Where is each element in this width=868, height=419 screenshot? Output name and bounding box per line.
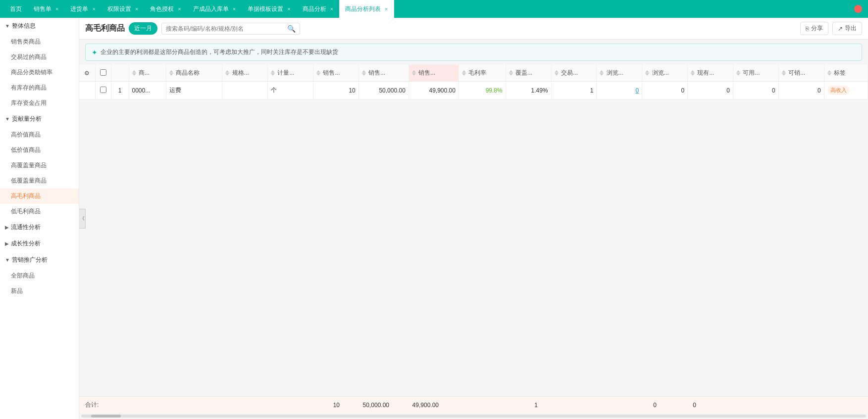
nav-item-analysis-list[interactable]: 商品分析列表 × <box>339 0 394 18</box>
sort-sales-cost-icon[interactable] <box>412 70 416 76</box>
nav-item-home[interactable]: 首页 <box>4 0 28 18</box>
table-container[interactable]: ⚙ 商... 商品名称 <box>79 65 868 396</box>
th-sales-cost-label: 销售... <box>418 69 435 77</box>
arrow-icon-marketing: ▼ <box>5 257 10 263</box>
td-browse1[interactable]: 0 <box>597 82 642 99</box>
sidebar-item-sales-goods[interactable]: 销售类商品 <box>0 34 79 49</box>
td-settings <box>79 82 95 99</box>
sidebar-item-low-coverage[interactable]: 低覆盖量商品 <box>0 173 79 188</box>
sort-code-icon[interactable] <box>132 70 136 76</box>
sidebar-item-category-rate[interactable]: 商品分类助销率 <box>0 65 79 80</box>
th-coverage[interactable]: 覆盖... <box>506 65 551 82</box>
th-tag[interactable]: 标签 <box>824 65 868 82</box>
nav-label-role: 角色授权 <box>150 5 174 13</box>
nav-close-analysis[interactable]: × <box>330 6 333 12</box>
th-name[interactable]: 商品名称 <box>166 65 222 82</box>
footer-spacer4 <box>263 402 303 409</box>
content-header: 高毛利商品 近一月 🔍 ⎘ 分享 ↗ 导出 <box>79 18 868 40</box>
th-trade[interactable]: 交易... <box>551 65 597 82</box>
sort-gross-rate-icon[interactable] <box>462 70 466 76</box>
search-icon[interactable]: 🔍 <box>287 25 296 33</box>
export-button[interactable]: ↗ 导出 <box>832 22 862 35</box>
sidebar-item-low-margin[interactable]: 低毛利商品 <box>0 204 79 219</box>
sort-sales-qty-icon[interactable] <box>316 70 320 76</box>
sidebar-group-marketing[interactable]: ▼ 营销推广分析 <box>0 252 79 268</box>
sidebar-item-all-goods[interactable]: 全部商品 <box>0 268 79 283</box>
sidebar-item-low-value[interactable]: 低价值商品 <box>0 142 79 158</box>
window-close-button[interactable]: × <box>854 5 862 13</box>
nav-item-role[interactable]: 角色授权 × <box>144 0 187 18</box>
nav-item-sales[interactable]: 销售单 × <box>28 0 64 18</box>
th-settings[interactable]: ⚙ <box>79 65 95 82</box>
sort-tag-icon[interactable] <box>827 70 831 76</box>
settings-icon[interactable]: ⚙ <box>84 70 90 77</box>
sidebar-group-liquidity[interactable]: ▶ 流通性分析 <box>0 219 79 235</box>
nav-item-product-in[interactable]: 产成品入库单 × <box>187 0 242 18</box>
sidebar-item-high-margin[interactable]: 高毛利商品 <box>0 188 79 204</box>
th-sales-qty[interactable]: 销售... <box>313 65 358 82</box>
sidebar-group-contribution[interactable]: ▼ 贡献量分析 <box>0 111 79 127</box>
footer-bar: 合计: 10 50,000.00 49,900.00 1 0 0 <box>79 396 868 413</box>
th-available[interactable]: 可用... <box>733 65 778 82</box>
sidebar-item-in-stock[interactable]: 有库存的商品 <box>0 80 79 95</box>
scrollbar-thumb[interactable] <box>91 415 121 418</box>
nav-item-analysis[interactable]: 商品分析 × <box>297 0 339 18</box>
sort-sales-amount-icon[interactable] <box>362 70 366 76</box>
sort-coverage-icon[interactable] <box>509 70 513 76</box>
th-spec[interactable]: 规格... <box>222 65 268 82</box>
sidebar-item-new-goods[interactable]: 新品 <box>0 283 79 299</box>
export-label: 导出 <box>845 24 857 33</box>
sort-trade-icon[interactable] <box>555 70 559 76</box>
sidebar-item-stock-capital[interactable]: 库存资金占用 <box>0 95 79 111</box>
td-gross-rate: 99.8% <box>459 82 506 99</box>
nav-label-sales: 销售单 <box>34 5 51 13</box>
th-unit-label: 计量... <box>277 69 294 77</box>
nav-close-sales[interactable]: × <box>55 6 58 12</box>
footer-spacer2 <box>184 402 224 409</box>
td-name: 运费 <box>166 82 222 99</box>
row-checkbox[interactable] <box>100 87 106 93</box>
th-sales-cost[interactable]: 销售... <box>408 65 459 82</box>
share-button[interactable]: ⎘ 分享 <box>800 22 828 35</box>
nav-close-role[interactable]: × <box>178 6 181 12</box>
td-checkbox[interactable] <box>95 82 111 99</box>
filter-recent-month[interactable]: 近一月 <box>129 22 157 35</box>
sidebar-group-overview[interactable]: ▼ 整体信息 <box>0 18 79 34</box>
nav-item-permission[interactable]: 权限设置 × <box>102 0 144 18</box>
nav-close-analysis-list[interactable]: × <box>385 6 388 12</box>
sidebar-group-growth[interactable]: ▶ 成长性分析 <box>0 235 79 252</box>
th-stock-now[interactable]: 现有... <box>688 65 733 82</box>
nav-close-purchase[interactable]: × <box>92 6 95 12</box>
th-gross-rate[interactable]: 毛利率 <box>459 65 506 82</box>
th-code[interactable]: 商... <box>129 65 166 82</box>
nav-item-template[interactable]: 单据模板设置 × <box>242 0 296 18</box>
th-stock-now-label: 现有... <box>697 69 714 77</box>
th-browse2[interactable]: 浏览... <box>642 65 688 82</box>
sidebar-collapse-button[interactable]: 《 <box>79 209 86 229</box>
nav-item-purchase[interactable]: 进货单 × <box>64 0 101 18</box>
nav-close-permission[interactable]: × <box>135 6 138 12</box>
sidebar-item-high-coverage[interactable]: 高覆盖量商品 <box>0 158 79 173</box>
sort-sellable-icon[interactable] <box>782 70 786 76</box>
nav-close-template[interactable]: × <box>287 6 290 12</box>
th-checkbox[interactable] <box>95 65 111 82</box>
sort-stock-now-icon[interactable] <box>691 70 695 76</box>
arrow-icon-contribution: ▼ <box>5 116 10 122</box>
select-all-checkbox[interactable] <box>100 69 106 76</box>
th-browse1[interactable]: 浏览... <box>597 65 642 82</box>
sort-name-icon[interactable] <box>169 70 173 76</box>
nav-close-product-in[interactable]: × <box>233 6 236 12</box>
td-unit: 个 <box>268 82 313 99</box>
sort-browse2-icon[interactable] <box>645 70 649 76</box>
th-unit[interactable]: 计量... <box>268 65 313 82</box>
sort-unit-icon[interactable] <box>271 70 275 76</box>
sidebar-item-traded-goods[interactable]: 交易过的商品 <box>0 49 79 65</box>
th-sellable[interactable]: 可销... <box>778 65 824 82</box>
sidebar-item-high-value[interactable]: 高价值商品 <box>0 127 79 142</box>
horizontal-scrollbar[interactable] <box>79 413 868 419</box>
sort-browse1-icon[interactable] <box>600 70 604 76</box>
sort-available-icon[interactable] <box>736 70 740 76</box>
sort-spec-icon[interactable] <box>225 70 229 76</box>
th-sales-amount[interactable]: 销售... <box>358 65 408 82</box>
search-input[interactable] <box>166 25 287 32</box>
